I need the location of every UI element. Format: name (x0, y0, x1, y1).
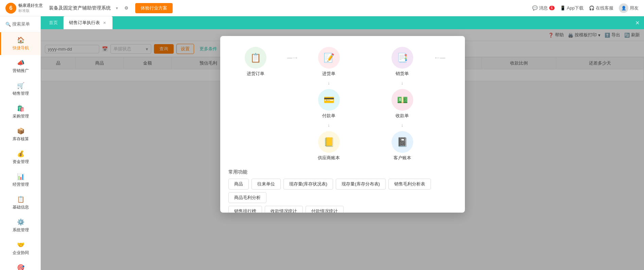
sidebar-item-finance[interactable]: 💰 资金管理 (0, 146, 40, 169)
message-icon: 💬 (532, 5, 538, 11)
func-btn-2[interactable]: 现存量(库存状况表) (283, 179, 333, 190)
func-btn-5[interactable]: 商品毛利分析 (228, 192, 266, 203)
purchase-icon: 🛍️ (17, 105, 24, 112)
enterprise-icon: 🤝 (17, 241, 24, 249)
sidebar-item-newbie[interactable]: 🎯 新手引导 (0, 260, 40, 270)
marketing-icon: 📣 (17, 59, 24, 67)
receipt-slip-icon: 💵 (391, 89, 413, 111)
sidebar-item-label-sales: 销售管理 (13, 91, 29, 96)
payment-slip-icon: 💳 (318, 89, 340, 111)
sidebar-item-label-marketing: 营销推广 (13, 68, 29, 74)
func-btn-8[interactable]: 付款情况统计 (306, 206, 344, 213)
operations-icon: 📊 (17, 173, 24, 180)
supplier-ledger-node: 📒 供应商账本 (302, 128, 356, 164)
sidebar-item-purchase[interactable]: 🛍️ 采购管理 (0, 101, 40, 123)
purchase-slip-icon: 📝 (318, 47, 340, 69)
sidebar-item-system[interactable]: ⚙️ 系统管理 (0, 214, 40, 237)
arrow-down-payment: ↓ (328, 122, 330, 128)
tab-label-sales-exec: 销售订单执行表 (69, 20, 100, 26)
sidebar-item-enterprise[interactable]: 🤝 企业协同 (0, 237, 40, 260)
sales-icon: 🛒 (17, 82, 24, 89)
purchase-order-icon: 📋 (245, 47, 266, 69)
basic-info-icon: 📋 (17, 196, 24, 203)
tab-label-home: 首页 (49, 20, 58, 26)
customer-ledger-icon: 📓 (391, 131, 413, 153)
search-menu-button[interactable]: 🔍 搜索菜单 (3, 20, 38, 29)
sales-slip-icon: 📑 (391, 47, 413, 69)
sidebar-item-label-quick-nav: 快捷导航 (13, 45, 29, 51)
func-btn-7[interactable]: 收款情况统计 (265, 206, 303, 213)
gear-icon[interactable]: ⚙ (123, 5, 130, 12)
system-icon: ⚙️ (17, 218, 24, 226)
finance-icon: 💰 (17, 150, 24, 158)
sidebar-item-label-inventory: 库存核算 (13, 136, 29, 142)
app-download-button[interactable]: 📱 App下载 (560, 5, 584, 11)
quick-nav-icon: 🏠 (17, 36, 24, 44)
experience-button[interactable]: 体验行业方案 (135, 3, 173, 13)
arrow-down-sales: ↓ (401, 79, 403, 86)
arrow-purchase-order-to-slip: ----→ (283, 53, 302, 70)
sidebar-item-label-operations: 经营管理 (13, 182, 29, 187)
func-btn-1[interactable]: 往来单位 (251, 179, 281, 190)
tab-home[interactable]: 首页 (43, 16, 64, 29)
arrow-sales-order-to-slip: ←---- (430, 53, 449, 70)
sidebar: 🔍 搜索菜单 🏠 快捷导航 📣 营销推广 🛒 销售管理 🛍️ 采购管理 📦 库存… (0, 16, 41, 270)
supplier-ledger-label: 供应商账本 (318, 155, 340, 161)
receipt-slip-node: 💵 收款单 (375, 86, 430, 122)
sales-slip-label: 销货单 (396, 71, 409, 77)
arrow-down-purchase: ↓ (328, 79, 330, 86)
sidebar-item-sales[interactable]: 🛒 销售管理 (0, 78, 40, 101)
sidebar-search-area[interactable]: 🔍 搜索菜单 (0, 16, 40, 32)
func-btn-0[interactable]: 商品 (228, 179, 249, 190)
purchase-order-node: 📋 进货订单 (228, 44, 283, 79)
topbar-right: 💬 消息 6 📱 App下载 🎧 在线客服 👤 用友 (532, 3, 639, 13)
search-icon: 🔍 (5, 22, 11, 27)
modal-overlay[interactable]: 📋 进货订单 ----→ 📝 进货单 📑 销货单 ←---- 📄 销售订单 (41, 29, 644, 270)
purchase-slip-node: 📝 进货单 (302, 44, 356, 79)
sidebar-item-marketing[interactable]: 📣 营销推广 (0, 55, 40, 78)
payment-slip-node: 💳 付款单 (302, 86, 356, 122)
sidebar-item-label-purchase: 采购管理 (13, 113, 29, 119)
arrow-down-receipt: ↓ (401, 122, 403, 128)
sidebar-item-label-finance: 资金管理 (13, 159, 29, 165)
tab-sales-exec[interactable]: 销售订单执行表✕ (64, 16, 112, 29)
tabbar: 首页销售订单执行表✕ ✕ (41, 16, 644, 29)
customer-ledger-node: 📓 客户账本 (375, 128, 430, 164)
topbar: 6 畅康通好生意 标准版 装备及固定资产辅助管理系统 ▾ ⚙ 体验行业方案 💬 … (0, 0, 644, 16)
func-btn-3[interactable]: 现存量(库存分布表) (336, 179, 386, 190)
system-dropdown-icon[interactable]: ▾ (114, 5, 120, 12)
function-buttons-row1: 商品往来单位现存量(库存状况表)现存量(库存分布表)销售毛利分析表商品毛利分析 (228, 179, 457, 203)
flow-modal: 📋 进货订单 ----→ 📝 进货单 📑 销货单 ←---- 📄 销售订单 (220, 36, 465, 213)
receipt-slip-label: 收款单 (396, 113, 409, 119)
sidebar-item-quick-nav[interactable]: 🏠 快捷导航 (0, 32, 40, 55)
system-name: 装备及固定资产辅助管理系统 (49, 5, 111, 11)
common-functions-section: 常用功能 商品往来单位现存量(库存状况表)现存量(库存分布表)销售毛利分析表商品… (228, 169, 457, 213)
download-icon: 📱 (560, 5, 565, 11)
inventory-icon: 📦 (17, 127, 24, 135)
customer-ledger-label: 客户账本 (394, 155, 411, 161)
headset-icon: 🎧 (589, 5, 594, 11)
sidebar-item-label-basic-info: 基础信息 (13, 204, 29, 210)
sidebar-item-inventory[interactable]: 📦 库存核算 (0, 123, 40, 146)
app-logo-icon: 6 (5, 3, 16, 14)
func-btn-6[interactable]: 销售排行榜 (228, 206, 262, 213)
purchase-order-label: 进货订单 (247, 71, 264, 77)
brand-text: 畅康通好生意 标准版 (18, 3, 43, 13)
sidebar-item-operations[interactable]: 📊 经营管理 (0, 169, 40, 192)
sidebar-item-label-system: 系统管理 (13, 227, 29, 233)
system-area: 装备及固定资产辅助管理系统 ▾ ⚙ 体验行业方案 (49, 3, 532, 13)
tab-close-sales-exec[interactable]: ✕ (102, 20, 107, 25)
sales-slip-node: 📑 销货单 (375, 44, 430, 79)
function-buttons-row2: 销售排行榜收款情况统计付款情况统计 (228, 206, 457, 213)
supplier-ledger-icon: 📒 (318, 131, 340, 153)
user-menu[interactable]: 👤 用友 (619, 3, 639, 13)
message-button[interactable]: 💬 消息 6 (532, 5, 555, 11)
online-service-button[interactable]: 🎧 在线客服 (589, 5, 613, 11)
payment-slip-label: 付款单 (322, 113, 335, 119)
logo-area: 6 畅康通好生意 标准版 (5, 3, 46, 14)
common-functions-title: 常用功能 (228, 169, 457, 175)
sales-order-node: 📄 销售订单 (449, 44, 465, 79)
tabbar-close-button[interactable]: ✕ (633, 19, 641, 27)
func-btn-4[interactable]: 销售毛利分析表 (388, 179, 431, 190)
sidebar-item-basic-info[interactable]: 📋 基础信息 (0, 192, 40, 214)
